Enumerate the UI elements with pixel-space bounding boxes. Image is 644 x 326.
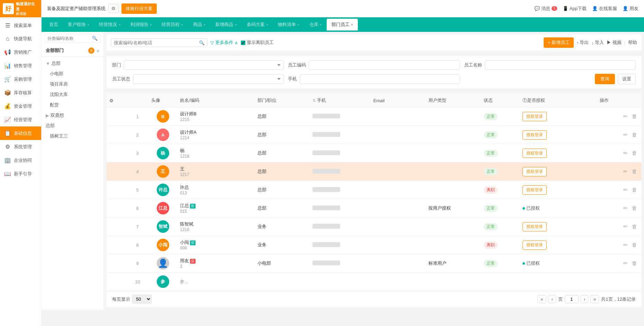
dept-search-input[interactable] — [47, 36, 91, 41]
close-icon[interactable]: × — [297, 23, 299, 27]
sidebar-item-finance[interactable]: 💰 资金管理 — [0, 99, 41, 113]
sidebar-item-marketing[interactable]: 📢 营销推广 — [0, 45, 41, 59]
query-button[interactable]: 查询 — [595, 74, 615, 84]
edit-button[interactable]: ✏ — [622, 241, 629, 249]
sidebar-item-basic[interactable]: 📋 基础信息 — [0, 126, 41, 140]
close-icon[interactable]: × — [181, 23, 183, 27]
export-button[interactable]: ↑ 导出 — [577, 39, 589, 46]
auth-login-button[interactable]: 授权登录 — [523, 240, 547, 250]
page-number-input[interactable] — [565, 295, 579, 303]
auth-login-button[interactable]: 授权登录 — [523, 149, 547, 158]
tab-new-goods[interactable]: 新增商品 × — [210, 19, 242, 30]
sidebar-item-operations[interactable]: 📈 经营管理 — [0, 113, 41, 126]
last-page-button[interactable]: » — [590, 295, 599, 303]
tab-bom[interactable]: 物料清单 × — [273, 19, 304, 30]
view-button[interactable]: ▶ 视频 — [607, 39, 622, 46]
dept-filter-select[interactable] — [124, 60, 284, 70]
sidebar-item-sales[interactable]: 📊 销售管理 — [0, 59, 41, 72]
close-icon[interactable]: × — [320, 23, 322, 27]
close-icon[interactable]: × — [203, 23, 206, 27]
phone-filter-input[interactable] — [300, 74, 460, 84]
delete-button[interactable]: 🗑 — [631, 149, 638, 157]
row-auth[interactable]: 授权登录 — [520, 126, 597, 144]
edit-button[interactable]: ✏ — [622, 259, 629, 267]
dept-item-chashuwang[interactable]: 插树王三 — [42, 131, 103, 141]
auth-login-button[interactable]: 授权登录 — [523, 130, 547, 140]
tab-home[interactable]: 首页 — [44, 19, 63, 30]
empcode-filter-input[interactable] — [309, 60, 460, 70]
delete-button[interactable]: 🗑 — [631, 186, 638, 193]
auth-login-button[interactable]: 授权登录 — [523, 112, 547, 121]
close-icon[interactable]: × — [266, 23, 268, 27]
tab-customer[interactable]: 客户联络 × — [63, 19, 94, 30]
dept-item-peihuo[interactable]: 配货 — [42, 100, 103, 110]
delete-button[interactable]: 🗑 — [631, 113, 638, 120]
edit-button[interactable]: ✏ — [622, 223, 629, 230]
next-page-button[interactable]: › — [581, 295, 588, 303]
sidebar-item-system[interactable]: ⚙ 系统管理 — [0, 140, 41, 153]
per-page-select[interactable]: 50 100 — [132, 295, 152, 303]
th-phone[interactable]: ⇅ 手机 — [310, 94, 371, 107]
th-dept[interactable]: 部门/职位 — [255, 94, 310, 107]
settings-button[interactable]: ⚙ — [108, 4, 119, 13]
tab-warehouse[interactable]: 仓库 × — [305, 19, 327, 30]
sidebar-item-quicknav[interactable]: ⌂ 快捷导航 — [0, 32, 41, 45]
dept-item-shuanglu[interactable]: ▶ 双鹿想 — [42, 110, 103, 121]
delete-button[interactable]: 🗑 — [631, 204, 638, 212]
sidebar-item-guide[interactable]: 📖 新手引导 — [0, 167, 41, 180]
message-action[interactable]: 💬 消息 5 — [534, 6, 557, 12]
delete-button[interactable]: 🗑 — [631, 259, 638, 267]
sidebar-item-inventory[interactable]: 📦 库存核算 — [0, 86, 41, 99]
set-button[interactable]: 设置 — [618, 74, 636, 84]
auth-login-button[interactable]: 授权登录 — [523, 185, 547, 195]
edit-button[interactable]: ✏ — [622, 131, 629, 139]
user-action[interactable]: 👤 用友 — [623, 6, 638, 12]
prev-page-button[interactable]: ‹ — [548, 295, 556, 303]
edit-button[interactable]: ✏ — [622, 186, 629, 194]
dept-item-zongbu2[interactable]: 总部 — [42, 121, 103, 131]
tab-employees[interactable]: 部门员工 × — [327, 19, 358, 30]
close-icon[interactable]: × — [150, 23, 152, 27]
row-auth[interactable]: 授权登录 — [520, 107, 597, 126]
th-name[interactable]: 姓名/编码 — [177, 94, 254, 107]
edit-button[interactable]: ✏ — [622, 113, 629, 120]
dept-item-project[interactable]: 项目库房 — [42, 79, 103, 89]
close-icon[interactable]: × — [87, 23, 89, 27]
tab-operation[interactable]: 经营情况 × — [94, 19, 125, 30]
delete-button[interactable]: 🗑 — [631, 168, 638, 175]
row-auth[interactable]: 授权登录 — [520, 162, 597, 181]
status-filter-select[interactable] — [133, 74, 284, 84]
dept-item-xiaodiandept[interactable]: 小电部 — [42, 69, 103, 79]
tab-history[interactable]: 经营历程 × — [157, 19, 188, 30]
first-page-button[interactable]: « — [537, 295, 546, 303]
auth-login-button[interactable]: 授权登录 — [523, 167, 547, 176]
search-input[interactable] — [114, 40, 198, 45]
online-service-action[interactable]: 👤 在线客服 — [592, 6, 617, 12]
show-resigned-checkbox[interactable] — [241, 41, 245, 45]
tab-profit[interactable]: 利润报告 × — [126, 19, 157, 30]
dept-item-shenyang[interactable]: 沈阳大库 — [42, 89, 103, 100]
delete-button[interactable]: 🗑 — [631, 131, 638, 138]
sidebar-item-purchase[interactable]: 🛒 采购管理 — [0, 72, 41, 86]
close-icon[interactable]: × — [118, 23, 120, 27]
row-auth[interactable]: 授权登录 — [520, 218, 597, 236]
import-button[interactable]: ↓ 导入 — [591, 39, 604, 46]
edit-button[interactable]: ✏ — [622, 168, 629, 175]
app-download-action[interactable]: 📱 App下载 — [563, 6, 587, 12]
collapse-icon[interactable]: « — [97, 48, 99, 53]
trial-button[interactable]: 体验行业方案 — [121, 3, 157, 14]
row-auth[interactable]: 授权登录 — [520, 181, 597, 199]
row-auth[interactable]: 授权登录 — [520, 144, 597, 162]
tab-barcode[interactable]: 条码方案 × — [242, 19, 273, 30]
more-conditions-btn[interactable]: ▽ 更多条件 ∧ — [210, 39, 238, 46]
row-auth[interactable]: 授权登录 — [520, 236, 597, 254]
add-employee-button[interactable]: + 新增员工 — [544, 37, 574, 48]
auth-login-button[interactable]: 授权登录 — [523, 222, 547, 231]
close-icon[interactable]: × — [235, 23, 237, 27]
dept-item-zongbu[interactable]: ▼ 总部 — [42, 58, 103, 69]
sidebar-item-enterprise[interactable]: 🏢 企业协同 — [0, 153, 41, 167]
help-button[interactable]: 帮助 — [628, 39, 637, 46]
edit-button[interactable]: ✏ — [622, 204, 629, 212]
sidebar-item-search[interactable]: ☰ 搜索菜单 — [0, 19, 41, 32]
tab-goods[interactable]: 商品 × — [188, 19, 210, 30]
